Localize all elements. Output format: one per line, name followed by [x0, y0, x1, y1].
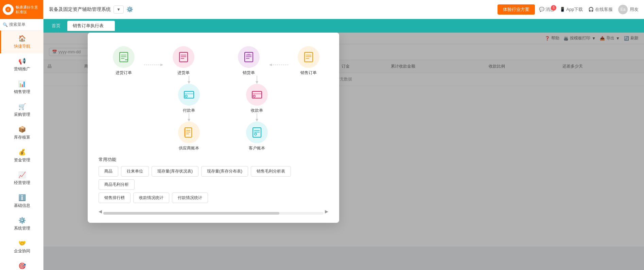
sidebar-item-sales[interactable]: 📊 销售管理 — [0, 76, 43, 99]
marketing-icon: 📢 — [18, 57, 26, 65]
sidebar-item-finance[interactable]: 💰 资金管理 — [0, 144, 43, 167]
func-btn-stock-dist[interactable]: 现存量(库存分布表) — [201, 166, 248, 177]
experience-btn[interactable]: 体验行业方案 — [498, 4, 535, 15]
common-func-section: 常用功能 商品 往来单位 现存量(库存状况表) 现存量(库存分布表) 销售毛利分… — [99, 157, 328, 203]
svg-marker-7 — [160, 64, 163, 66]
payment-label: 付款单 — [183, 108, 195, 113]
func-btn-product[interactable]: 商品 — [99, 166, 118, 177]
func-btn-sales-rank[interactable]: 销售排行榜 — [99, 193, 130, 203]
purchase-icon: 🛒 — [18, 103, 26, 110]
message-badge: 6 — [551, 5, 556, 11]
svg-rect-16 — [247, 54, 250, 55]
purchase-order-icon — [113, 46, 135, 68]
sidebar-item-operations[interactable]: 📈 经营管理 — [0, 167, 43, 190]
sales-icon: 📊 — [18, 80, 26, 88]
flow-node-sales-bill: 销货单 — [229, 46, 269, 76]
settings-icon[interactable]: ⚙️ — [126, 6, 133, 13]
sidebar-item-label: 基础信息 — [14, 203, 30, 209]
download-icon: 📱 — [560, 7, 565, 12]
sidebar-item-label: 营销推广 — [14, 66, 30, 72]
supplier-ledger-icon — [178, 122, 200, 143]
inventory-icon: 📦 — [18, 126, 26, 133]
svg-point-32 — [253, 95, 255, 97]
scroll-left-icon[interactable]: ◀ — [99, 209, 102, 214]
customer-ledger-label: 客户账本 — [249, 145, 265, 151]
svg-rect-19 — [304, 52, 313, 62]
func-btn-partner[interactable]: 往来单位 — [121, 166, 149, 177]
search-menu[interactable]: 🔍 搜索菜单 — [0, 19, 43, 31]
sidebar-item-label: 快捷导航 — [14, 43, 30, 49]
svg-rect-38 — [184, 129, 186, 136]
system-dropdown[interactable]: ▼ — [114, 5, 124, 14]
flow-node-purchase-order: 进货订单 — [104, 46, 143, 76]
dropdown-arrow-icon: ▼ — [117, 7, 121, 12]
sidebar-item-marketing[interactable]: 📢 营销推广 — [0, 53, 43, 76]
svg-rect-8 — [179, 52, 188, 62]
tab-sales-order[interactable]: 销售订单执行表 × — [67, 21, 115, 31]
flow-node-purchase-bill: 进货单 — [164, 46, 203, 76]
receipt-label: 收款单 — [251, 108, 263, 113]
sidebar-item-label: 经营管理 — [14, 180, 30, 186]
app-download-label: App下载 — [566, 7, 583, 12]
purchase-bill-label: 进货单 — [177, 70, 190, 76]
message-btn[interactable]: 💬 6 消息 — [539, 6, 555, 13]
sidebar: 6 畅康通好生意 标准版 🔍 搜索菜单 🏠 快捷导航 📢 营销推广 📊 销售管理 — [0, 0, 43, 270]
modal-overlay[interactable]: 进货订单 — [43, 33, 644, 270]
svg-text:6: 6 — [7, 8, 9, 11]
flow-node-customer-ledger: 客户账本 — [237, 122, 277, 151]
guide-icon: 🎯 — [18, 262, 26, 270]
home-icon: 🏠 — [18, 35, 26, 42]
app-logo: 6 畅康通好生意 标准版 — [0, 0, 43, 19]
svg-marker-34 — [188, 119, 190, 122]
flow-modal: 进货订单 — [88, 33, 339, 223]
message-icon: 💬 — [539, 7, 544, 12]
scrollbar-thumb — [103, 212, 279, 215]
user-menu[interactable]: Ea 用友 — [618, 5, 639, 14]
common-func-title: 常用功能 — [99, 157, 328, 163]
tab-home-label: 首页 — [52, 23, 60, 28]
main-area: 装备及固定资产辅助管理系统 ▼ ⚙️ 体验行业方案 💬 6 消息 📱 App下载 — [43, 0, 644, 270]
func-btn-payment-stat[interactable]: 付款情况统计 — [172, 193, 208, 203]
service-icon: 🎧 — [588, 7, 594, 12]
sidebar-item-label: 销售管理 — [14, 89, 30, 95]
topbar-title-section: 装备及固定资产辅助管理系统 ▼ ⚙️ — [49, 5, 493, 14]
func-buttons-row2: 销售排行榜 收款情况统计 付款情况统计 — [99, 193, 328, 203]
modal-scrollbar[interactable] — [103, 212, 324, 215]
sidebar-item-quick-nav[interactable]: 🏠 快捷导航 — [0, 31, 43, 53]
sidebar-item-label: 企业协同 — [14, 248, 30, 254]
tab-home[interactable]: 首页 — [46, 21, 66, 31]
sidebar-item-collab[interactable]: 🤝 企业协同 — [0, 235, 43, 258]
func-btn-sales-gross[interactable]: 销售毛利分析表 — [251, 166, 291, 177]
sidebar-item-label: 库存核算 — [14, 134, 30, 140]
app-download-btn[interactable]: 📱 App下载 — [560, 6, 583, 13]
sales-bill-icon — [238, 46, 260, 68]
flow-node-receipt: 收款单 — [237, 84, 277, 113]
avatar: Ea — [618, 5, 628, 14]
arrow-po-pb — [143, 61, 164, 76]
purchase-order-label: 进货订单 — [116, 70, 132, 76]
logo-icon: 6 — [3, 4, 14, 15]
sidebar-item-purchase[interactable]: 🛒 采购管理 — [0, 99, 43, 122]
scroll-right-icon[interactable]: ▶ — [325, 209, 328, 214]
arrow-sb-so — [268, 61, 289, 76]
flow-section: 进货订单 — [99, 41, 328, 151]
svg-marker-18 — [269, 64, 272, 66]
sidebar-item-system[interactable]: ⚙️ 系统管理 — [0, 213, 43, 235]
online-service-btn[interactable]: 🎧 在线客服 — [588, 6, 613, 13]
svg-point-45 — [255, 133, 257, 135]
sidebar-nav: 🏠 快捷导航 📢 营销推广 📊 销售管理 🛒 采购管理 📦 库存核算 💰 — [0, 31, 43, 270]
func-btn-product-gross[interactable]: 商品毛利分析 — [99, 179, 135, 190]
svg-marker-24 — [188, 81, 190, 84]
sidebar-item-guide[interactable]: 🎯 新手引导 — [0, 258, 43, 270]
system-title: 装备及固定资产辅助管理系统 — [49, 6, 111, 13]
sidebar-item-basic-info[interactable]: ℹ️ 基础信息 — [0, 190, 43, 213]
func-btn-stock-status[interactable]: 现存量(库存状况表) — [152, 166, 198, 177]
func-btn-receipt-stat[interactable]: 收款情况统计 — [133, 193, 169, 203]
tab-close-icon[interactable]: × — [107, 23, 110, 28]
content-area: ❓ 帮助 🖨️ 按模板打印 ▼ 📤 导出 ▼ 🔄 刷新 — [43, 33, 644, 270]
online-service-label: 在线客服 — [595, 7, 613, 12]
svg-rect-42 — [253, 128, 261, 137]
sidebar-item-inventory[interactable]: 📦 库存核算 — [0, 122, 43, 144]
topbar-right: 💬 6 消息 📱 App下载 🎧 在线客服 Ea 用友 — [539, 5, 639, 14]
flow-node-payment: 付款单 — [169, 84, 209, 113]
